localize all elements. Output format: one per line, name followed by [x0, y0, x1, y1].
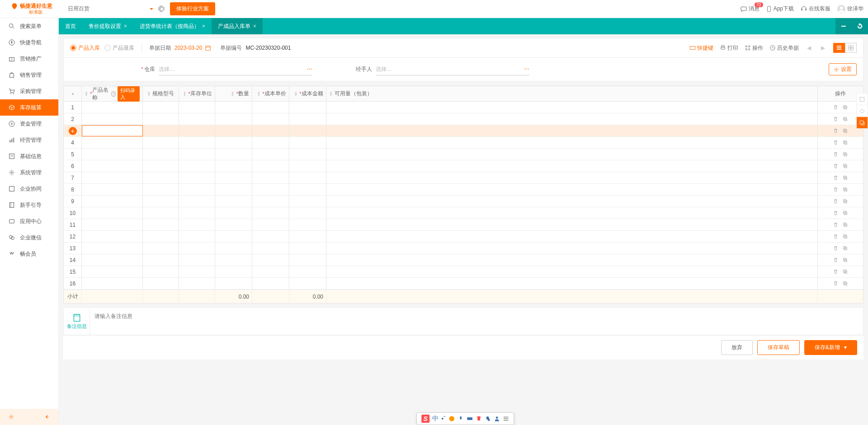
table-row[interactable]: 11	[64, 219, 863, 231]
delete-icon[interactable]	[833, 210, 839, 216]
try-industry-button[interactable]: 体验行业方案	[170, 2, 215, 15]
keyboard-icon[interactable]	[467, 416, 473, 422]
abandon-button[interactable]: 放弃	[721, 340, 753, 355]
scan-input-button[interactable]: 扫码录入	[118, 86, 140, 102]
copy-icon[interactable]	[842, 269, 848, 275]
collapse-icon[interactable]	[44, 414, 50, 420]
copy-icon[interactable]	[842, 151, 848, 157]
close-icon[interactable]: ×	[253, 23, 256, 29]
save-draft-button[interactable]: 保存草稿	[757, 340, 800, 355]
table-row[interactable]: 1	[64, 102, 863, 113]
delete-icon[interactable]	[833, 151, 839, 157]
tab-3[interactable]: 产成品入库单×	[212, 18, 263, 34]
delete-icon[interactable]	[833, 257, 839, 263]
app-download-link[interactable]: App下载	[766, 5, 794, 13]
copy-icon[interactable]	[842, 280, 848, 286]
table-row[interactable]: 5	[64, 149, 863, 160]
skin-icon[interactable]	[476, 416, 482, 422]
tab-0[interactable]: 首页	[59, 18, 82, 34]
float-item-3[interactable]	[857, 117, 868, 129]
col-settings[interactable]	[64, 86, 82, 101]
sidebar-item-gear[interactable]: 系统管理	[0, 164, 58, 181]
delete-icon[interactable]	[833, 140, 839, 145]
copy-icon[interactable]	[842, 222, 848, 228]
copy-icon[interactable]	[842, 104, 848, 110]
sidebar-item-info[interactable]: 基础信息	[0, 148, 58, 164]
more-icon[interactable]: ⋯	[524, 66, 529, 72]
copy-icon[interactable]	[842, 234, 848, 239]
table-row[interactable]: 10	[64, 207, 863, 219]
copy-icon[interactable]	[842, 128, 848, 134]
table-row[interactable]: 12	[64, 231, 863, 243]
sidebar-item-app[interactable]: 应用中心	[0, 213, 58, 229]
col-product-name[interactable]: ▲▼ *产品名称 ? 扫码录入	[82, 86, 143, 101]
table-row[interactable]: 6	[64, 160, 863, 172]
add-row-button[interactable]: +	[69, 127, 77, 135]
table-row[interactable]: 2	[64, 113, 863, 125]
delete-icon[interactable]	[833, 222, 839, 228]
gear-icon[interactable]	[8, 414, 14, 420]
table-row[interactable]: 14	[64, 254, 863, 266]
sidebar-item-compass[interactable]: 快捷导航	[0, 34, 58, 51]
ime-toolbar[interactable]: S 中 •ˇ	[416, 412, 514, 425]
mic-icon[interactable]	[458, 416, 464, 422]
delete-icon[interactable]	[833, 187, 839, 192]
copy-icon[interactable]	[842, 245, 848, 251]
gear-icon[interactable]	[158, 5, 165, 13]
remarks-input[interactable]	[90, 308, 863, 335]
col-price[interactable]: ▲▼ *成本单价	[252, 86, 289, 101]
tab-minimize-button[interactable]	[835, 18, 852, 34]
tab-2[interactable]: 进货单统计表（按商品）×	[133, 18, 212, 34]
copy-icon[interactable]	[842, 210, 848, 216]
category-select[interactable]: 日用百货	[68, 5, 154, 13]
table-row[interactable]: 13	[64, 243, 863, 254]
inbound-radio[interactable]: 产品入库	[70, 44, 100, 52]
sidebar-item-cart[interactable]: 采购管理	[0, 83, 58, 99]
delete-icon[interactable]	[833, 280, 839, 286]
sidebar-item-money[interactable]: ￥资金管理	[0, 116, 58, 132]
sidebar-item-chart[interactable]: 经营管理	[0, 132, 58, 148]
table-row[interactable]: +	[64, 125, 863, 137]
history-link[interactable]: 历史单据	[769, 44, 799, 52]
operate-link[interactable]: 操作	[745, 44, 763, 52]
col-amount[interactable]: ▲▼ *成本金额	[289, 86, 326, 101]
calendar-icon[interactable]	[205, 45, 211, 51]
table-row[interactable]: 8	[64, 184, 863, 196]
online-service-link[interactable]: 在线客服	[800, 5, 830, 13]
sidebar-item-vip[interactable]: 畅会员	[0, 246, 58, 262]
col-qty[interactable]: ▲▼ *数量	[215, 86, 252, 101]
table-row[interactable]: 7	[64, 172, 863, 184]
copy-icon[interactable]	[842, 175, 848, 181]
more-icon[interactable]: ⋯	[307, 66, 312, 72]
tab-1[interactable]: 售价提取设置×	[82, 18, 133, 34]
outbound-radio[interactable]: 产品退库	[104, 44, 134, 52]
delete-icon[interactable]	[833, 245, 839, 251]
smile-icon[interactable]	[448, 416, 455, 422]
table-row[interactable]: 4	[64, 137, 863, 149]
next-arrow[interactable]: ▶	[819, 45, 827, 51]
sidebar-item-gift[interactable]: 营销推广	[0, 51, 58, 67]
tab-refresh-button[interactable]	[852, 18, 868, 34]
delete-icon[interactable]	[833, 128, 839, 134]
user-menu[interactable]: 徐泽华	[837, 5, 863, 14]
delete-icon[interactable]	[833, 163, 839, 169]
sidebar-item-wechat[interactable]: 企业微信	[0, 229, 58, 246]
menu-icon[interactable]	[503, 416, 509, 422]
close-icon[interactable]: ×	[124, 23, 127, 29]
sidebar-item-search[interactable]: 搜索菜单	[0, 18, 58, 34]
float-item-1[interactable]	[857, 93, 868, 105]
sidebar-item-book[interactable]: 新手引导	[0, 197, 58, 213]
delete-icon[interactable]	[833, 269, 839, 275]
shortcut-link[interactable]: 快捷键	[689, 44, 713, 52]
delete-icon[interactable]	[833, 234, 839, 239]
messages-link[interactable]: 消息 70	[740, 5, 760, 13]
table-row[interactable]: 15	[64, 266, 863, 278]
view-grid-button[interactable]	[845, 43, 857, 53]
table-row[interactable]: 9	[64, 196, 863, 207]
table-row[interactable]: 16	[64, 278, 863, 290]
warehouse-input[interactable]: 选择... ⋯	[159, 64, 312, 75]
sidebar-item-box[interactable]: 库存核算	[0, 99, 58, 116]
float-item-2[interactable]	[857, 105, 868, 117]
copy-icon[interactable]	[842, 163, 848, 169]
delete-icon[interactable]	[833, 116, 839, 122]
